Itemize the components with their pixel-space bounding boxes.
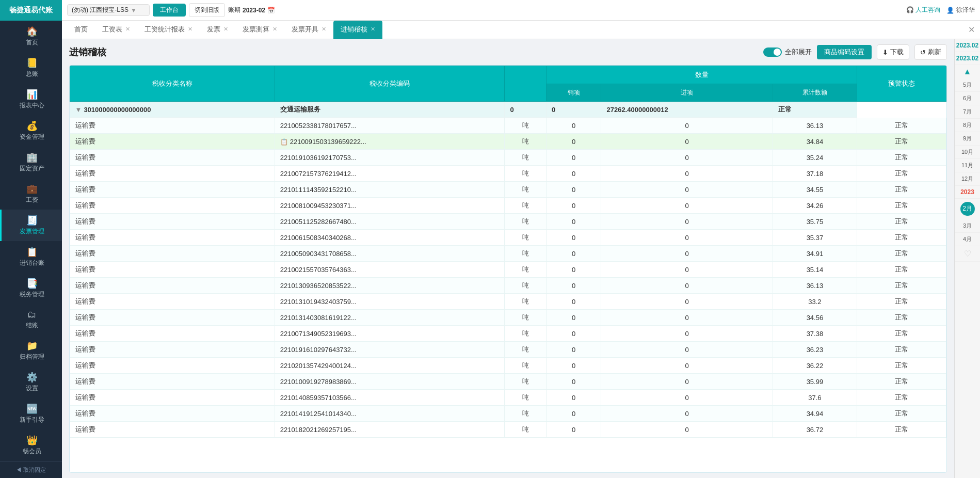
- sidebar-item-label: 总账: [26, 70, 38, 78]
- topbar-right: 🎧 人工咨询 👤 徐泽华: [906, 6, 975, 14]
- table-row[interactable]: 运输费 2210081009453230371... 吨 0 0 34.26 正…: [70, 198, 946, 214]
- table-row[interactable]: 运输费 2210201357429400124... 吨 0 0 36.22 正…: [70, 358, 946, 374]
- table-row[interactable]: 运输费 2210072157376219412... 吨 0 0 37.18 正…: [70, 166, 946, 182]
- table-row[interactable]: 运输费 2210061508340340268... 吨 0 0 35.37 正…: [70, 230, 946, 246]
- table-row[interactable]: 运输费 2210051125282667480... 吨 0 0 35.75 正…: [70, 214, 946, 230]
- table-row[interactable]: 运输费 2210140859357103566... 吨 0 0 37.6 正常: [70, 390, 946, 406]
- item-name-cell: 运输费: [70, 358, 275, 374]
- tab-invoice-calc[interactable]: 发票测算 ✕: [235, 21, 284, 39]
- item-status-cell: 正常: [857, 150, 946, 166]
- close-icon[interactable]: ✕: [223, 26, 228, 33]
- item-unit-cell: 吨: [505, 278, 547, 294]
- right-panel-year-2023-02-top[interactable]: 2023.02: [955, 39, 980, 52]
- item-purchase-cell: 0: [601, 262, 773, 278]
- sidebar-item-home[interactable]: 🏠 首页: [0, 21, 62, 52]
- support-link[interactable]: 🎧 人工咨询: [906, 6, 940, 14]
- sidebar-item-reports[interactable]: 📊 报表中心: [0, 84, 62, 115]
- scroll-up-icon[interactable]: ▲: [961, 65, 974, 78]
- toggle-switch[interactable]: [763, 47, 782, 57]
- item-invoice-cell: 2210131019432403759...: [275, 294, 505, 310]
- table-row[interactable]: 运输费 2210191036192170753... 吨 0 0 35.24 正…: [70, 150, 946, 166]
- table-row[interactable]: 运输费 2210130936520853522... 吨 0 0 36.13 正…: [70, 278, 946, 294]
- company-selector[interactable]: (勿动) 江西报宝-LSS ▼: [67, 4, 150, 16]
- right-panel-month-12[interactable]: 12月: [955, 172, 980, 186]
- right-panel-month-10[interactable]: 10月: [955, 146, 980, 159]
- sidebar-item-archive[interactable]: 📁 归档管理: [0, 335, 62, 367]
- table-row[interactable]: 运输费 2210141912541014340... 吨 0 0 34.94 正…: [70, 406, 946, 422]
- table-row[interactable]: 运输费 2210111143592152210... 吨 0 0 34.55 正…: [70, 182, 946, 198]
- close-icon[interactable]: ✕: [322, 26, 326, 33]
- right-panel-month-11[interactable]: 11月: [955, 159, 980, 172]
- right-panel-month-3[interactable]: 3月: [955, 219, 980, 233]
- ledger-icon: 📒: [26, 57, 38, 69]
- item-unit-cell: 吨: [505, 214, 547, 230]
- close-icon[interactable]: ✕: [272, 26, 277, 33]
- unpin-button[interactable]: ◀ 取消固定: [0, 461, 62, 478]
- table-row[interactable]: 运输费 2210021557035764363... 吨 0 0 35.14 正…: [70, 262, 946, 278]
- download-button[interactable]: ⬇ 下载: [877, 44, 909, 60]
- sidebar-item-assets[interactable]: 🏢 固定资产: [0, 147, 62, 178]
- sidebar-item-settle[interactable]: 🗂 结账: [0, 304, 62, 335]
- refresh-button[interactable]: ↺ 刷新: [914, 44, 947, 60]
- sidebar-item-sales-ledger[interactable]: 📋 进销台账: [0, 241, 62, 273]
- sidebar-item-invoice[interactable]: 🧾 发票管理: [0, 210, 62, 241]
- group-status-cell: 正常: [773, 102, 857, 118]
- calendar-icon[interactable]: 📅: [267, 7, 275, 14]
- user-menu[interactable]: 👤 徐泽华: [946, 6, 975, 14]
- right-panel-month-8[interactable]: 8月: [955, 119, 980, 132]
- switch-version-button[interactable]: 切到旧版: [189, 3, 225, 17]
- table-row[interactable]: 运输费 📋2210091503139659222... 吨 0 0 34.84 …: [70, 134, 946, 150]
- table-row[interactable]: 运输费 2210131403081619122... 吨 0 0 34.56 正…: [70, 310, 946, 326]
- right-panel-month-4[interactable]: 4月: [955, 233, 980, 246]
- workbench-button[interactable]: 工作台: [153, 4, 186, 17]
- product-code-button[interactable]: 商品编码设置: [817, 45, 872, 59]
- sidebar-item-tax[interactable]: 📑 税务管理: [0, 273, 62, 304]
- sidebar-item-member[interactable]: 👑 畅会员: [0, 429, 62, 461]
- table-row[interactable]: ▼301000000000000000 交通运输服务 0 0 27262.400…: [70, 102, 946, 118]
- heart-icon[interactable]: ♡: [955, 246, 980, 262]
- right-panel-month-5[interactable]: 5月: [955, 78, 980, 92]
- tab-invoice[interactable]: 发票 ✕: [200, 21, 235, 39]
- sidebar-item-settings[interactable]: ⚙️ 设置: [0, 367, 62, 398]
- sidebar-item-funds[interactable]: 💰 资金管理: [0, 115, 62, 147]
- tab-home[interactable]: 首页: [67, 21, 95, 39]
- item-sales-cell: 0: [546, 214, 601, 230]
- close-icon[interactable]: ✕: [371, 26, 375, 33]
- item-invoice-cell: 2210191036192170753...: [275, 150, 505, 166]
- item-status-cell: 正常: [857, 230, 946, 246]
- item-invoice-cell: 2210131403081619122...: [275, 310, 505, 326]
- item-cumulative-cell: 36.23: [773, 342, 857, 358]
- table-row[interactable]: 运输费 2210191610297643732... 吨 0 0 36.23 正…: [70, 342, 946, 358]
- table-row[interactable]: 运输费 2210131019432403759... 吨 0 0 33.2 正常: [70, 294, 946, 310]
- right-panel-year-2023-02-2[interactable]: 2023.02: [955, 52, 980, 65]
- tab-sales-check[interactable]: 进销稽核 ✕: [333, 21, 382, 39]
- sidebar-item-salary[interactable]: 💼 工资: [0, 178, 62, 210]
- close-all-button[interactable]: ✕: [968, 25, 975, 35]
- toggle-expand[interactable]: 全部展开: [763, 47, 812, 57]
- tab-salary-stats[interactable]: 工资统计报表 ✕: [137, 21, 200, 39]
- copy-icon[interactable]: 📋: [280, 138, 288, 146]
- right-panel-month-6[interactable]: 6月: [955, 92, 980, 105]
- right-panel-month-9[interactable]: 9月: [955, 132, 980, 146]
- page-actions: 全部展开 商品编码设置 ⬇ 下载 ↺ 刷新: [763, 44, 947, 60]
- sidebar-item-label: 设置: [26, 384, 38, 393]
- right-panel-month-7[interactable]: 7月: [955, 105, 980, 119]
- tab-invoice-open[interactable]: 发票开具 ✕: [284, 21, 333, 39]
- right-panel-month-2-active[interactable]: 2月: [960, 202, 975, 216]
- close-icon[interactable]: ✕: [188, 26, 192, 33]
- sidebar-item-guide[interactable]: 🆕 新手引导: [0, 398, 62, 429]
- table-row[interactable]: 运输费 2210100919278983869... 吨 0 0 35.99 正…: [70, 374, 946, 390]
- table-row[interactable]: 运输费 2210052338178017657... 吨 0 0 36.13 正…: [70, 118, 946, 134]
- close-icon[interactable]: ✕: [125, 26, 130, 33]
- item-unit-cell: 吨: [505, 118, 547, 134]
- nav-tabs: 首页 工资表 ✕ 工资统计报表 ✕ 发票 ✕ 发票测算 ✕ 发票开具 ✕ 进销稽…: [62, 21, 980, 39]
- item-status-cell: 正常: [857, 358, 946, 374]
- right-panel-year-2023[interactable]: 2023: [955, 186, 980, 199]
- table-row[interactable]: 运输费 2210071349052319693... 吨 0 0 37.38 正…: [70, 326, 946, 342]
- sidebar-item-ledger[interactable]: 📒 总账: [0, 52, 62, 84]
- tab-salary-table[interactable]: 工资表 ✕: [95, 21, 137, 39]
- table-row[interactable]: 运输费 2210050903431708658... 吨 0 0 34.91 正…: [70, 246, 946, 262]
- table-row[interactable]: 运输费 2210182021269257195... 吨 0 0 36.72 正…: [70, 422, 946, 438]
- download-icon: ⬇: [882, 49, 888, 56]
- period-value: 2023-02: [243, 7, 265, 14]
